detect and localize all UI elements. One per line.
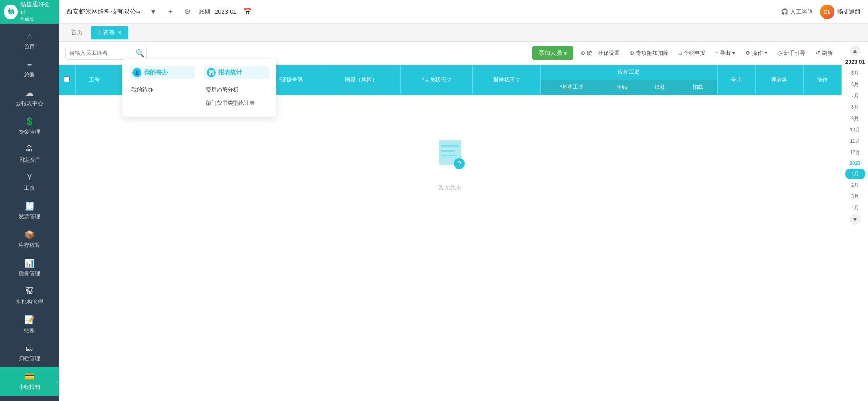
add-person-button[interactable]: 添加人员 ▾ xyxy=(532,46,573,60)
sidebar-item-ledger[interactable]: ≡ 总账 xyxy=(0,55,59,83)
select-all-checkbox[interactable] xyxy=(64,76,70,82)
sidebar-item-home[interactable]: ⌂ 首页 xyxy=(0,27,59,55)
service-btn[interactable]: 🎧 人工咨询 xyxy=(781,8,814,16)
period-value: 2023-01 xyxy=(215,8,237,15)
sidebar-item-fixed-assets[interactable]: 🏛 固定资产 xyxy=(0,140,59,169)
timeline-month-9[interactable]: 9月 xyxy=(845,113,865,124)
sidebar-item-salary[interactable]: ¥ 工资 xyxy=(0,169,59,197)
add-person-label: 添加人员 xyxy=(538,49,562,57)
calendar-icon[interactable]: 📅 xyxy=(241,5,254,18)
special-deduct-btn[interactable]: ⊕ 专项附加扣除 xyxy=(627,48,671,59)
svg-rect-3 xyxy=(441,155,457,156)
popup-section-todo-title[interactable]: 👤 我的待办 xyxy=(130,66,195,79)
popup-item-dept-stat[interactable]: 部门费用类型统计表 xyxy=(204,97,269,110)
archive-icon: 🗂 xyxy=(25,343,34,353)
sidebar-item-label: 税务管理 xyxy=(19,270,40,278)
timeline-month-7[interactable]: 7月 xyxy=(845,91,865,101)
timeline-sidebar: ▲ 2023.01 5月 6月 7月 8月 9月 10月 11月 12月 202… xyxy=(842,42,868,401)
search-input[interactable] xyxy=(69,50,133,56)
empty-text: 暂无数据 xyxy=(438,184,462,192)
timeline-month-5[interactable]: 5月 xyxy=(845,68,865,78)
settings-btn[interactable]: ⚙ xyxy=(181,5,194,18)
sidebar-item-archive[interactable]: 🗂 归档管理 xyxy=(0,339,59,367)
app-logo: 畅 畅捷通好会计 旗舰版 xyxy=(0,0,59,24)
top-header: 西安虾米网络科技有限公司 ▾ ＋ ⚙ 账期 2023-01 📅 🎧 人工咨询 C… xyxy=(59,0,868,24)
col-salary-group: 应发工资 xyxy=(541,65,717,80)
guide-icon: ◎ xyxy=(777,50,782,56)
sidebar-nav: ⌂ 首页 ≡ 总账 ☁ 云报表中心 💲 资金管理 🏛 固定资产 ¥ 工资 🧾 发… xyxy=(0,24,59,401)
filter2-icon[interactable]: ▽ xyxy=(516,77,520,82)
sidebar-item-label: 固定资产 xyxy=(19,156,40,164)
export-btn[interactable]: ↑ 导出 ▾ xyxy=(713,48,738,59)
operate-icon: ⚙ xyxy=(745,50,750,56)
tab-home[interactable]: 首页 xyxy=(64,26,89,39)
tax-report-btn[interactable]: □ 个税申报 xyxy=(676,48,708,59)
export-label: 导出 xyxy=(720,49,731,57)
filter-icon[interactable]: ▽ xyxy=(447,77,451,82)
popup-sections: 👤 我的待办 我的待办 📊 报表统计 费用趋势分析 部门费用类型统计表 xyxy=(130,66,269,110)
multi-org-icon: 🏗 xyxy=(25,287,34,296)
col-status: *人员状态 ▽ xyxy=(401,65,473,95)
sidebar-item-label: 多机构管理 xyxy=(16,298,43,306)
new-guide-btn[interactable]: ◎ 新手引导 xyxy=(775,48,808,59)
sidebar-item-multi-org[interactable]: 🏗 多机构管理 xyxy=(0,282,59,310)
svg-rect-2 xyxy=(441,150,455,152)
timeline-month-4[interactable]: 4月 xyxy=(845,203,865,213)
tab-salary[interactable]: 工资表 ✕ xyxy=(91,26,128,39)
sidebar-item-label: 工资 xyxy=(24,184,35,192)
inventory-icon: 📦 xyxy=(24,230,34,240)
tab-close-btn[interactable]: ✕ xyxy=(117,29,122,36)
timeline-month-2[interactable]: 2月 xyxy=(845,180,865,190)
col-report-status: 报送状态 ▽ xyxy=(473,65,541,95)
company-dropdown-btn[interactable]: ▾ xyxy=(147,5,160,18)
sidebar-item-label: 结账 xyxy=(24,327,35,334)
col-pension: 养老各 xyxy=(755,65,803,95)
logo-icon: 畅 xyxy=(4,5,18,19)
timeline-month-6[interactable]: 6月 xyxy=(845,79,865,90)
add-company-btn[interactable]: ＋ xyxy=(164,5,177,18)
tax-icon: □ xyxy=(679,50,682,56)
app-subtitle: 旗舰版 xyxy=(20,16,55,23)
refresh-btn[interactable]: ↺ 刷新 xyxy=(813,48,835,59)
sidebar-item-inventory[interactable]: 📦 库存核算 xyxy=(0,225,59,254)
empty-illustration: ? xyxy=(427,131,473,176)
timeline-month-12[interactable]: 12月 xyxy=(845,147,865,158)
chevron-down-icon: ▾ xyxy=(765,50,767,56)
timeline-month-1-current[interactable]: 1月 xyxy=(845,169,865,179)
timeline-down-btn[interactable]: ▼ xyxy=(850,214,861,225)
refresh-icon: ↺ xyxy=(815,50,820,56)
timeline-month-11[interactable]: 11月 xyxy=(845,136,865,146)
period-label: 账期 xyxy=(199,8,210,16)
tax-label: 个税申报 xyxy=(684,49,705,57)
sidebar-item-cloud-report[interactable]: ☁ 云报表中心 xyxy=(0,83,59,112)
timeline-month-8[interactable]: 8月 xyxy=(845,102,865,112)
cloud-icon: ☁ xyxy=(25,88,34,98)
timeline-month-3[interactable]: 3月 xyxy=(845,191,865,202)
sidebar-item-tax[interactable]: 📊 税务管理 xyxy=(0,254,59,282)
popup-item-mytodo[interactable]: 我的待办 xyxy=(130,83,195,97)
col-allowance: 津贴 xyxy=(603,80,641,95)
col-deduct: 扣款 xyxy=(679,80,717,95)
popup-section-report-title[interactable]: 📊 报表统计 xyxy=(204,66,269,79)
col-bonus: 绩效 xyxy=(641,80,679,95)
sidebar-item-invoice[interactable]: 🧾 发票管理 xyxy=(0,197,59,225)
refresh-label: 刷新 xyxy=(822,49,833,57)
sidebar-item-label: 云报表中心 xyxy=(16,100,43,107)
sidebar-item-xiaochang[interactable]: 💳 小畅报销 › xyxy=(0,367,59,396)
chevron-down-icon: ▾ xyxy=(564,50,567,57)
sidebar-item-fund[interactable]: 💲 资金管理 xyxy=(0,112,59,140)
popup-section-todo: 👤 我的待办 我的待办 xyxy=(130,66,195,110)
popup-item-trend[interactable]: 费用趋势分析 xyxy=(204,83,269,97)
search-box[interactable]: 🔍 xyxy=(65,47,147,60)
guide-label: 新手引导 xyxy=(784,49,805,57)
social-insurance-btn[interactable]: ⊕ 统一社保设置 xyxy=(578,48,622,59)
reconcile-icon: 📝 xyxy=(24,315,34,325)
sidebar-item-basic[interactable]: ⚙ 基础设置 xyxy=(0,396,59,401)
sidebar-item-reconcile[interactable]: 📝 结账 xyxy=(0,310,59,339)
sidebar-item-label: 小畅报销 xyxy=(19,383,40,391)
tab-salary-label: 工资表 xyxy=(97,29,115,37)
operate-btn[interactable]: ⚙ 操作 ▾ xyxy=(742,48,770,59)
timeline-month-10[interactable]: 10月 xyxy=(845,125,865,135)
timeline-up-btn[interactable]: ▲ xyxy=(850,45,861,56)
user-area[interactable]: CE 畅捷通组 xyxy=(820,5,861,19)
